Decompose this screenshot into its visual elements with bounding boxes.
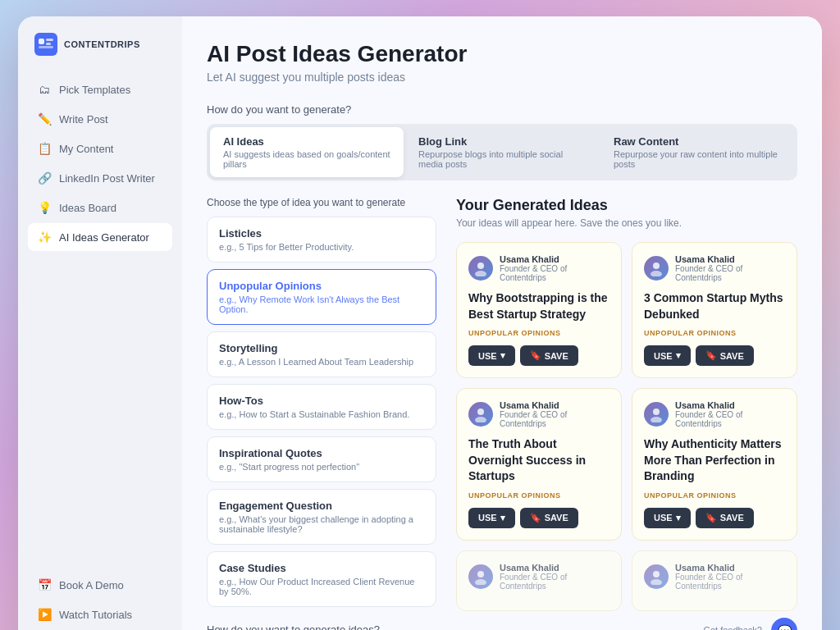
card-3-author-info: Usama Khalid Founder & CEO of Contentdri… bbox=[500, 400, 609, 428]
svg-rect-0 bbox=[39, 39, 44, 44]
right-column: Your Generated Ideas Your ideas will app… bbox=[456, 197, 797, 630]
watch-tutorials-icon: ▶️ bbox=[38, 608, 51, 621]
tab-blog-link[interactable]: Blog Link Repurpose blogs into multiple … bbox=[405, 127, 599, 177]
chevron-down-icon: ▾ bbox=[676, 350, 681, 361]
card-4-avatar bbox=[644, 402, 669, 427]
chevron-down-icon: ▾ bbox=[500, 350, 505, 361]
card-2-use-button[interactable]: USE ▾ bbox=[644, 345, 691, 366]
pick-templates-icon: 🗂 bbox=[38, 83, 51, 96]
svg-point-15 bbox=[475, 579, 486, 585]
page-header: AI Post Ideas Generator Let AI suggest y… bbox=[207, 41, 797, 84]
watch-tutorials-item[interactable]: ▶️ Watch Tutorials bbox=[28, 600, 172, 628]
idea-type-storytelling[interactable]: Storytelling e.g., A Lesson I Learned Ab… bbox=[207, 331, 436, 377]
listicles-example: e.g., 5 Tips for Better Productivity. bbox=[219, 242, 424, 252]
card-6-author-info: Usama Khalid Founder & CEO of Contentdri… bbox=[675, 563, 785, 591]
tab-ai-ideas-title: AI Ideas bbox=[223, 135, 390, 148]
svg-rect-2 bbox=[46, 43, 51, 45]
card-2-title: 3 Common Startup Myths Debunked bbox=[644, 290, 785, 322]
tab-ai-ideas-desc: AI suggests ideas based on goals/content… bbox=[223, 149, 390, 169]
page-subtitle: Let AI suggest you multiple posts ideas bbox=[207, 71, 797, 84]
sidebar-item-linkedin-post-writer[interactable]: 🔗 LinkedIn Post Writer bbox=[28, 164, 172, 192]
sidebar-item-ideas-board[interactable]: 💡 Ideas Board bbox=[28, 194, 172, 221]
card-2-author-name: Usama Khalid bbox=[675, 254, 785, 264]
svg-point-7 bbox=[475, 271, 486, 276]
tab-raw-content-title: Raw Content bbox=[614, 135, 781, 148]
left-column: Choose the type of idea you want to gene… bbox=[207, 197, 436, 630]
unpopular-opinions-title: Unpopular Opinions bbox=[219, 280, 424, 292]
card-3-title: The Truth About Overnight Success in Sta… bbox=[468, 436, 609, 485]
tab-raw-content[interactable]: Raw Content Repurpose your raw content i… bbox=[600, 127, 794, 177]
sidebar-item-my-content[interactable]: 📋 My Content bbox=[28, 135, 172, 162]
card-5-avatar bbox=[468, 564, 493, 589]
write-post-icon: ✏️ bbox=[38, 112, 51, 126]
logo: CONTENTDRIPS bbox=[18, 33, 182, 75]
card-1-avatar bbox=[468, 256, 493, 281]
svg-rect-3 bbox=[39, 46, 53, 48]
unpopular-opinions-example: e.g., Why Remote Work Isn't Always the B… bbox=[219, 294, 424, 314]
card-4-author-title: Founder & CEO of Contentdrips bbox=[675, 410, 785, 428]
generated-header: Your Generated Ideas Your ideas will app… bbox=[456, 197, 797, 229]
main-content: AI Post Ideas Generator Let AI suggest y… bbox=[182, 16, 822, 630]
case-studies-example: e.g., How Our Product Increased Client R… bbox=[219, 577, 424, 596]
watch-tutorials-label: Watch Tutorials bbox=[59, 609, 132, 621]
idea-card-1: Usama Khalid Founder & CEO of Contentdri… bbox=[456, 242, 622, 378]
svg-point-8 bbox=[653, 262, 660, 269]
tab-ai-ideas[interactable]: AI Ideas AI suggests ideas based on goal… bbox=[210, 127, 404, 177]
card-2-author-info: Usama Khalid Founder & CEO of Contentdri… bbox=[675, 254, 785, 282]
idea-type-how-tos[interactable]: How-Tos e.g., How to Start a Sustainable… bbox=[207, 384, 436, 430]
svg-point-14 bbox=[477, 571, 484, 578]
sidebar-item-write-post[interactable]: ✏️ Write Post bbox=[28, 105, 172, 133]
card-5-author-title: Founder & CEO of Contentdrips bbox=[500, 573, 609, 591]
idea-type-listicles[interactable]: Listicles e.g., 5 Tips for Better Produc… bbox=[207, 217, 436, 262]
card-2-actions: USE ▾ 🔖 SAVE bbox=[644, 345, 785, 366]
idea-type-case-studies[interactable]: Case Studies e.g., How Our Product Incre… bbox=[207, 551, 436, 607]
logo-text: CONTENTDRIPS bbox=[64, 39, 140, 49]
sidebar: CONTENTDRIPS 🗂 Pick Templates ✏️ Write P… bbox=[18, 16, 182, 630]
feedback-button[interactable]: 💬 bbox=[771, 618, 797, 630]
idea-type-engagement-question[interactable]: Engagement Question e.g., What's your bi… bbox=[207, 489, 436, 545]
card-1-author: Usama Khalid Founder & CEO of Contentdri… bbox=[468, 254, 609, 282]
storytelling-example: e.g., A Lesson I Learned About Team Lead… bbox=[219, 357, 424, 367]
idea-type-inspirational-quotes[interactable]: Inspirational Quotes e.g., "Start progre… bbox=[207, 436, 436, 482]
card-1-author-name: Usama Khalid bbox=[500, 254, 609, 264]
idea-card-2: Usama Khalid Founder & CEO of Contentdri… bbox=[632, 242, 797, 378]
card-3-tag: UNPOPULAR OPINIONS bbox=[468, 491, 609, 500]
card-1-author-info: Usama Khalid Founder & CEO of Contentdri… bbox=[500, 254, 609, 282]
sidebar-item-pick-templates[interactable]: 🗂 Pick Templates bbox=[28, 75, 172, 103]
book-demo-item[interactable]: 📅 Book A Demo bbox=[28, 571, 172, 599]
linkedin-icon: 🔗 bbox=[38, 171, 51, 185]
card-1-use-button[interactable]: USE ▾ bbox=[468, 345, 515, 366]
logo-icon bbox=[34, 33, 57, 56]
idea-card-6: Usama Khalid Founder & CEO of Contentdri… bbox=[632, 550, 797, 611]
card-3-save-button[interactable]: 🔖 SAVE bbox=[520, 508, 578, 528]
card-1-save-button[interactable]: 🔖 SAVE bbox=[520, 345, 578, 366]
feedback-text: Got feedback? 💬 bbox=[456, 618, 797, 630]
linkedin-label: LinkedIn Post Writer bbox=[59, 172, 155, 185]
idea-type-unpopular-opinions[interactable]: Unpopular Opinions e.g., Why Remote Work… bbox=[207, 269, 436, 325]
card-3-author-name: Usama Khalid bbox=[500, 400, 609, 410]
card-1-tag: UNPOPULAR OPINIONS bbox=[468, 329, 609, 337]
ideas-board-icon: 💡 bbox=[38, 201, 51, 214]
generate-label: How do you want to generate ideas? bbox=[207, 623, 436, 630]
svg-point-9 bbox=[651, 271, 662, 276]
sidebar-item-ai-ideas-generator[interactable]: ✨ AI Ideas Generator bbox=[28, 223, 172, 251]
card-3-avatar bbox=[468, 402, 493, 427]
tab-blog-link-desc: Repurpose blogs into multiple social med… bbox=[418, 149, 586, 169]
case-studies-title: Case Studies bbox=[219, 562, 424, 574]
card-4-save-button[interactable]: 🔖 SAVE bbox=[696, 508, 754, 528]
tab-raw-content-desc: Repurpose your raw content into multiple… bbox=[614, 149, 781, 169]
generation-tab-selector: AI Ideas AI suggests ideas based on goal… bbox=[207, 124, 797, 180]
generation-label: How do you want to generate? bbox=[207, 103, 797, 116]
svg-point-13 bbox=[651, 417, 662, 422]
card-3-use-button[interactable]: USE ▾ bbox=[468, 508, 515, 528]
bookmark-icon: 🔖 bbox=[705, 350, 717, 361]
engagement-question-title: Engagement Question bbox=[219, 500, 424, 512]
card-4-title: Why Authenticity Matters More Than Perfe… bbox=[644, 436, 785, 485]
card-1-title: Why Bootstrapping is the Best Startup St… bbox=[468, 290, 609, 322]
card-6-author: Usama Khalid Founder & CEO of Contentdri… bbox=[644, 563, 785, 591]
card-4-use-button[interactable]: USE ▾ bbox=[644, 508, 691, 528]
card-2-save-button[interactable]: 🔖 SAVE bbox=[696, 345, 754, 366]
svg-point-12 bbox=[653, 409, 660, 415]
generated-subtitle: Your ideas will appear here. Save the on… bbox=[456, 217, 797, 229]
storytelling-title: Storytelling bbox=[219, 342, 424, 354]
